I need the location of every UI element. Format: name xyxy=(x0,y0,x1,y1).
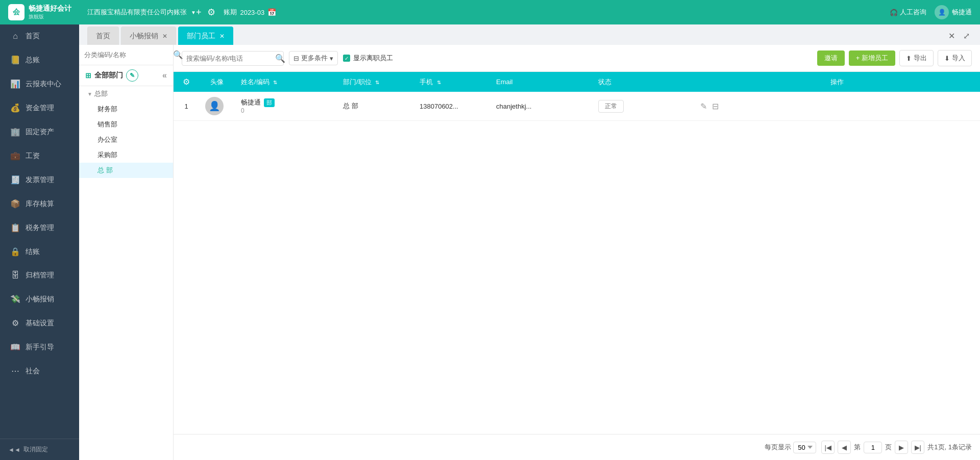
page-content: 🔍 ⊞ 全部部门 ✎ « ▼ 总部 财务部 销售部 办公室 采购部 xyxy=(79,45,980,460)
import-button[interactable]: ⬇ 导入 xyxy=(938,50,972,66)
next-page-button[interactable]: ▶ xyxy=(895,441,908,454)
tab-expense-close[interactable]: ✕ xyxy=(162,33,167,40)
add-company-button[interactable]: + xyxy=(196,7,202,18)
col-settings: ⚙ xyxy=(174,72,199,92)
dept-node-office[interactable]: 办公室 xyxy=(79,132,173,147)
col-dept[interactable]: 部门/职位 ⇅ xyxy=(337,72,413,92)
home-icon: ⌂ xyxy=(10,32,20,41)
sidebar-item-assets[interactable]: 🏢 固定资产 xyxy=(0,120,79,144)
expense-icon: 💸 xyxy=(10,294,20,304)
tab-home[interactable]: 首页 xyxy=(87,27,119,45)
search-icon[interactable]: 🔍 xyxy=(275,54,285,63)
sidebar-item-home[interactable]: ⌂ 首页 xyxy=(0,24,79,48)
employee-code: 0 xyxy=(241,107,331,114)
sidebar-label-tax: 税务管理 xyxy=(26,223,54,233)
ledger-icon: 📒 xyxy=(10,55,20,65)
sidebar-item-payroll[interactable]: 💼 工资 xyxy=(0,144,79,168)
tab-expense[interactable]: 小畅报销 ✕ xyxy=(121,27,176,45)
period-selector[interactable]: 账期 2023-03 📅 xyxy=(224,8,276,17)
dept-search-area: 🔍 xyxy=(79,45,173,65)
invite-button[interactable]: 邀请 xyxy=(817,50,845,66)
col-dept-label: 部门/职位 xyxy=(343,78,372,86)
sidebar-item-closing[interactable]: 🔒 结账 xyxy=(0,240,79,264)
sidebar-label-settings: 基础设置 xyxy=(26,319,54,328)
delete-button[interactable]: ⊟ xyxy=(712,101,719,111)
company-dropdown-icon: ▼ xyxy=(191,10,196,15)
sidebar-label-guide: 新手引导 xyxy=(26,343,54,352)
tab-bar-right: ✕ ⤢ xyxy=(946,29,972,45)
sidebar-label-funds: 资金管理 xyxy=(26,104,54,113)
user-area[interactable]: 👤 畅捷通 xyxy=(935,5,972,19)
last-page-button[interactable]: ▶| xyxy=(911,441,924,454)
per-page-label: 每页显示 xyxy=(765,443,791,452)
dept-edit-button[interactable]: ✎ xyxy=(126,69,138,82)
funds-icon: 💰 xyxy=(10,103,20,113)
tab-dept-employee-label: 部门员工 xyxy=(187,32,215,41)
sidebar-item-archive[interactable]: 🗄 归档管理 xyxy=(0,264,79,287)
unpin-label: 取消固定 xyxy=(23,445,48,454)
page-label: 第 xyxy=(854,443,861,452)
col-name[interactable]: 姓名/编码 ⇅ xyxy=(235,72,337,92)
sidebar-item-ledger[interactable]: 📒 总账 xyxy=(0,48,79,72)
sidebar-label-reports: 云报表中心 xyxy=(26,80,61,89)
dept-node-purchase[interactable]: 采购部 xyxy=(79,147,173,163)
dept-node-general[interactable]: ▼ 总部 xyxy=(79,86,173,101)
toolbar-right: 邀请 + 新增员工 ⬆ 导出 ⬇ 导入 xyxy=(817,50,972,66)
add-employee-button[interactable]: + 新增员工 xyxy=(849,50,895,66)
export-button[interactable]: ⬆ 导出 xyxy=(899,50,934,66)
sidebar-label-invoice: 发票管理 xyxy=(26,175,54,185)
employee-toolbar: 🔍 ⊟ 更多条件 ▾ ✓ 显示离职员工 邀请 + 新增员工 xyxy=(174,45,980,72)
dept-node-finance[interactable]: 财务部 xyxy=(79,101,173,117)
dept-toggle-icon: ▼ xyxy=(87,91,92,97)
total-label: 共1页, 1条记录 xyxy=(927,443,972,452)
dept-search-input[interactable] xyxy=(84,51,170,59)
employee-search-box[interactable]: 🔍 xyxy=(182,51,284,66)
settings-button[interactable]: ⚙ xyxy=(207,7,215,18)
dept-collapse-button[interactable]: « xyxy=(162,71,167,80)
guide-icon: 📖 xyxy=(10,342,20,352)
row-actions: ✎ ⊟ xyxy=(694,92,980,121)
avatar-person-icon: 👤 xyxy=(209,100,220,112)
tab-dept-employee-close[interactable]: ✕ xyxy=(219,33,225,40)
user-name: 畅捷通 xyxy=(952,8,972,17)
export-icon: ⬆ xyxy=(906,55,912,62)
sidebar-item-more[interactable]: ⋯ 社会 xyxy=(0,359,79,383)
col-phone[interactable]: 手机 ⇅ xyxy=(413,72,490,92)
row-dept: 总 部 xyxy=(337,92,413,121)
row-avatar: 👤 xyxy=(199,92,235,121)
employee-search-input[interactable] xyxy=(186,55,272,62)
dept-node-sales[interactable]: 销售部 xyxy=(79,117,173,132)
dept-node-general-dept[interactable]: 总 部 xyxy=(79,163,173,178)
company-selector[interactable]: 江西服宝精品有限责任公司内账张 ▼ xyxy=(87,8,196,17)
sidebar: ⌂ 首页 📒 总账 📊 云报表中心 💰 资金管理 🏢 固定资产 💼 工资 🧾 发… xyxy=(0,24,79,460)
page-input[interactable] xyxy=(864,442,882,453)
tax-icon: 📋 xyxy=(10,223,20,233)
col-email: Email xyxy=(490,72,592,92)
sidebar-item-invoice[interactable]: 🧾 发票管理 xyxy=(0,168,79,192)
page-size-dropdown[interactable]: 50 xyxy=(793,442,816,453)
employee-table: ⚙ 头像 姓名/编码 ⇅ 部门/职位 ⇅ xyxy=(174,72,980,434)
tab-close-window-button[interactable]: ✕ xyxy=(946,29,957,43)
table-gear-icon[interactable]: ⚙ xyxy=(183,78,190,86)
sidebar-item-inventory[interactable]: 📦 库存核算 xyxy=(0,192,79,216)
sidebar-item-expense[interactable]: 💸 小畅报销 xyxy=(0,287,79,311)
sidebar-item-funds[interactable]: 💰 资金管理 xyxy=(0,96,79,120)
unpin-button[interactable]: ◄◄ 取消固定 xyxy=(0,439,79,460)
grid-icon: ⊞ xyxy=(85,71,91,80)
sidebar-item-reports[interactable]: 📊 云报表中心 xyxy=(0,72,79,96)
reports-icon: 📊 xyxy=(10,79,20,89)
tab-maximize-button[interactable]: ⤢ xyxy=(961,29,972,43)
sidebar-item-guide[interactable]: 📖 新手引导 xyxy=(0,335,79,359)
sidebar-item-tax[interactable]: 📋 税务管理 xyxy=(0,216,79,240)
filter-button[interactable]: ⊟ 更多条件 ▾ xyxy=(289,51,338,65)
first-page-button[interactable]: |◀ xyxy=(821,441,835,454)
tab-dept-employee[interactable]: 部门员工 ✕ xyxy=(178,27,233,45)
edit-button[interactable]: ✎ xyxy=(700,101,707,111)
user-avatar-icon: 👤 xyxy=(938,9,946,16)
show-resigned-checkbox[interactable]: ✓ xyxy=(343,55,350,62)
service-button[interactable]: 🎧 人工咨询 xyxy=(890,8,926,17)
sidebar-item-settings[interactable]: ⚙ 基础设置 xyxy=(0,311,79,335)
dept-badge: 部 xyxy=(264,98,275,107)
prev-page-button[interactable]: ◀ xyxy=(838,441,851,454)
filter-icon: ⊟ xyxy=(293,55,299,62)
